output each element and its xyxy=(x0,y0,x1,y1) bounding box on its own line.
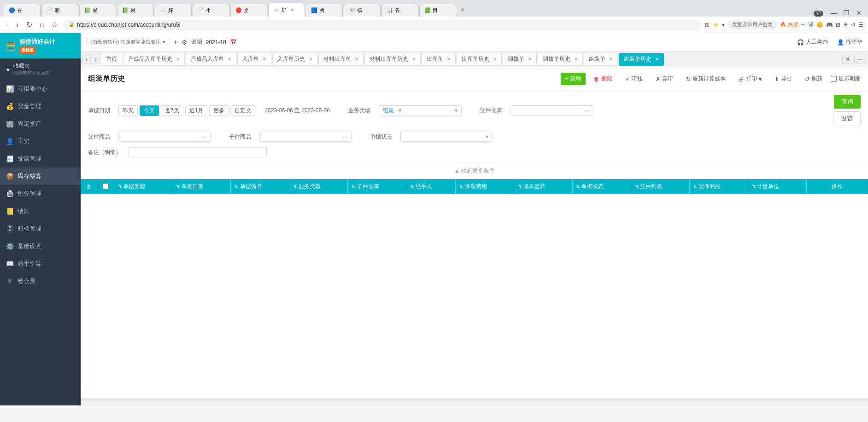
col-handler[interactable]: ⇅ 经手人 xyxy=(406,179,456,194)
col-business-type[interactable]: ⇅ 业务类型 xyxy=(289,179,348,194)
settings-col-icon[interactable]: ⚙ xyxy=(86,184,91,190)
page-tab-transfer[interactable]: 调拨单 ✕ xyxy=(503,53,537,66)
translate-icon[interactable]: 译 xyxy=(808,21,814,29)
dots-icon-2[interactable]: ··· xyxy=(202,133,206,140)
col-settings[interactable]: ⚙ xyxy=(81,179,97,194)
abandon-button[interactable]: ✗ 弃审 xyxy=(651,73,678,85)
close-icon[interactable]: ✕ xyxy=(355,57,358,62)
close-tab-button[interactable]: ✕ xyxy=(842,55,853,64)
browser-tab-2[interactable]: 📄新 xyxy=(41,4,78,17)
sidebar-item-settlement[interactable]: 📒 结账 xyxy=(0,202,81,220)
date-btn-custom[interactable]: 自定义 xyxy=(230,105,255,116)
browser-tab-8-active[interactable]: ☁️好 ✕ xyxy=(268,3,305,17)
export-button[interactable]: ⬇ 导出 xyxy=(770,73,797,85)
collapse-row[interactable]: ▲ 收起更多条件 xyxy=(81,163,868,179)
page-tab-inbound-history[interactable]: 入库单历史 ✕ xyxy=(272,53,317,66)
col-order-status[interactable]: ⇅ 单据状态 xyxy=(573,179,631,194)
sidebar-item-tax[interactable]: 🖨️ 税务管理 xyxy=(0,185,81,202)
col-parent-list[interactable]: ⇅ 父件列表 xyxy=(631,179,689,194)
print-dropdown-icon[interactable]: ▾ xyxy=(759,76,762,82)
col-unit[interactable]: ⇅ 计量单位 xyxy=(748,179,806,194)
col-cost-diff[interactable]: ⇅ 成本差异 xyxy=(514,179,573,194)
settings-gear-button[interactable]: ⚙ xyxy=(182,39,188,46)
display-detail-checkbox[interactable] xyxy=(831,76,837,82)
scissors-icon[interactable]: ✂ xyxy=(801,22,805,28)
company-selector[interactable]: (勿删勿禁用) 江西服宝测试专用 ▾ xyxy=(86,37,170,47)
page-tab-home[interactable]: 首页 xyxy=(101,53,122,66)
print-button[interactable]: 🖨 打印 ▾ xyxy=(734,73,766,85)
business-type-selector[interactable]: 组装 ✕ ▾ xyxy=(379,105,462,116)
new-tab-button[interactable]: + xyxy=(457,4,469,17)
browser-tab-1[interactable]: 🔵在 xyxy=(4,4,41,17)
maximize-button[interactable]: ❐ xyxy=(841,9,852,17)
sidebar-item-archive[interactable]: 🗄️ 归档管理 xyxy=(0,220,81,237)
date-btn-today[interactable]: 今天 xyxy=(140,105,159,116)
page-tab-inbound[interactable]: 入库单 ✕ xyxy=(237,53,271,66)
date-btn-more[interactable]: 更多 xyxy=(209,105,229,116)
close-button[interactable]: ✕ xyxy=(853,9,864,17)
sidebar-item-fixed-assets[interactable]: 🏢 固定资产 xyxy=(0,115,81,133)
close-icon[interactable]: ✕ xyxy=(574,57,578,62)
browser-tab-4[interactable]: 📗易 xyxy=(117,4,154,17)
close-icon[interactable]: ✕ xyxy=(447,57,451,62)
review-button[interactable]: ✓ 审核 xyxy=(621,73,647,85)
col-checkbox[interactable] xyxy=(97,179,114,194)
new-button[interactable]: + 新增 xyxy=(561,73,586,85)
add-company-button[interactable]: + xyxy=(173,38,177,46)
col-child-warehouse[interactable]: ⇅ 子件仓库 xyxy=(348,179,406,194)
browser-tab-12[interactable]: 🟩目 xyxy=(419,4,456,17)
remove-tag-icon[interactable]: ✕ xyxy=(398,107,402,114)
sidebar-item-invoice[interactable]: 🧾 发票管理 xyxy=(0,150,81,168)
help-button[interactable]: 🎧 人工咨询 xyxy=(797,38,828,46)
col-order-date[interactable]: ⇅ 单据日期 xyxy=(172,179,231,194)
select-all-checkbox[interactable] xyxy=(103,183,109,189)
browser-tab-5[interactable]: ☁️好 xyxy=(155,4,192,17)
close-icon[interactable]: ✕ xyxy=(309,57,312,62)
close-icon[interactable]: ✕ xyxy=(412,57,416,62)
sidebar-item-member[interactable]: V 畅会员 xyxy=(0,272,81,290)
tab-nav-left[interactable]: ‹ xyxy=(82,55,91,64)
page-tab-assembly-history[interactable]: 组装单历史 ✕ xyxy=(619,53,664,66)
emoji-icon[interactable]: 😊 xyxy=(816,22,823,28)
col-order-no[interactable]: ⇅ 单据编号 xyxy=(231,179,289,194)
parent-product-input[interactable]: ··· xyxy=(118,132,211,142)
page-tab-product-inbound[interactable]: 产成品入库单 ✕ xyxy=(186,53,236,66)
parent-warehouse-input[interactable]: ··· xyxy=(510,105,593,116)
grid-icon[interactable]: ⊞ xyxy=(705,22,710,28)
tab-close-8[interactable]: ✕ xyxy=(290,7,294,12)
menu-icon[interactable]: ☰ xyxy=(858,22,863,28)
tab-nav-right[interactable]: › xyxy=(92,55,100,64)
browser-tab-6[interactable]: 📄个 xyxy=(193,4,229,17)
apps-icon[interactable]: ⊞ xyxy=(836,22,840,28)
close-icon[interactable]: ✕ xyxy=(493,57,497,62)
page-tab-material-outbound-history[interactable]: 材料出库单历史 ✕ xyxy=(364,53,421,66)
undo-icon[interactable]: ↺ xyxy=(851,22,856,28)
close-icon[interactable]: ✕ xyxy=(609,57,613,62)
home-button[interactable]: ⌂ xyxy=(38,19,46,31)
date-btn-1month[interactable]: 近1月 xyxy=(185,105,208,116)
close-icon[interactable]: ✕ xyxy=(655,57,659,62)
page-tab-product-inbound-history[interactable]: 产成品入库单历史 ✕ xyxy=(123,53,185,66)
sidebar-favorites[interactable]: ★ 收藏夹 快捷键打开收藏夹 xyxy=(0,58,81,80)
col-parent-product[interactable]: ⇅ 父件商品 xyxy=(689,179,748,194)
page-tab-assembly[interactable]: 组装单 ✕ xyxy=(584,53,618,66)
refresh-button[interactable]: ↺ 刷新 xyxy=(800,73,827,85)
browser-tab-11[interactable]: 📊各 xyxy=(381,4,418,17)
close-icon[interactable]: ✕ xyxy=(263,57,266,62)
close-icon[interactable]: ✕ xyxy=(228,57,231,62)
set-button[interactable]: 设置 xyxy=(833,111,861,126)
url-bar[interactable]: 🔒 https://cloud.chanjet.com/accounting/u… xyxy=(63,20,701,30)
browser-tab-10[interactable]: 📧畅 xyxy=(344,4,381,17)
horizontal-scrollbar[interactable] xyxy=(81,398,868,405)
calendar-icon[interactable]: 📅 xyxy=(230,39,237,46)
date-btn-7days[interactable]: 近7天 xyxy=(161,105,183,116)
query-button[interactable]: 查询 xyxy=(834,95,861,109)
browser-tab-7[interactable]: 🔴企 xyxy=(230,4,267,17)
page-tab-outbound-history[interactable]: 出库单历史 ✕ xyxy=(457,53,502,66)
order-status-selector[interactable]: ▾ xyxy=(400,132,493,142)
sidebar-item-inventory[interactable]: 📦 库存核算 xyxy=(0,168,81,185)
close-icon[interactable]: ✕ xyxy=(528,57,532,62)
theme-icon[interactable]: ☀ xyxy=(843,22,848,28)
col-disassembly-fee[interactable]: ⇅ 拆装费用 xyxy=(456,179,514,194)
reload-button[interactable]: ↻ xyxy=(24,18,34,31)
